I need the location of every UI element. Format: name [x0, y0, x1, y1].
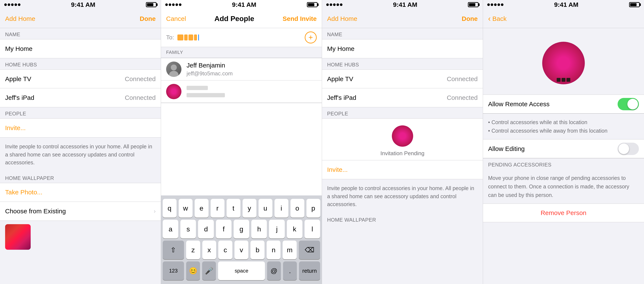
key-a[interactable]: a	[163, 220, 178, 238]
key-w[interactable]: w	[179, 199, 192, 218]
add-home-button-1[interactable]: Add Home	[5, 15, 35, 22]
key-l[interactable]: l	[304, 220, 320, 238]
key-123[interactable]: 123	[163, 262, 184, 280]
key-i[interactable]: i	[274, 199, 288, 218]
my-home-row-3[interactable]: My Home	[322, 40, 483, 58]
jeff-info: Jeff Benjamin jeff@9to5mac.com	[186, 62, 233, 77]
key-x[interactable]: x	[202, 240, 216, 259]
key-h[interactable]: h	[251, 220, 267, 238]
large-avatar-section	[483, 28, 644, 94]
add-home-button-3[interactable]: Add Home	[327, 15, 357, 22]
key-f[interactable]: f	[216, 220, 232, 238]
invitation-pending-label: Invitation Pending	[380, 150, 424, 157]
key-emoji[interactable]: 😊	[186, 262, 200, 280]
people-header-1: PEOPLE	[0, 107, 161, 118]
key-v[interactable]: v	[234, 240, 248, 259]
home-hubs-header-1: HOME HUBS	[0, 58, 161, 70]
key-s[interactable]: s	[180, 220, 196, 238]
time-2: 9:41 AM	[232, 1, 256, 8]
invite-row-1[interactable]: Invite...	[0, 118, 161, 137]
key-g[interactable]: g	[234, 220, 249, 238]
to-field[interactable]: To: +	[161, 28, 322, 47]
blurred-email	[186, 93, 225, 97]
done-button-1[interactable]: Done	[140, 15, 156, 22]
key-q[interactable]: q	[163, 199, 176, 218]
battery-icon-3	[468, 2, 478, 7]
pending-person-row[interactable]: Invitation Pending	[322, 118, 483, 160]
name-table-1: My Home	[0, 39, 161, 58]
jeffs-ipad-value-1: Connected	[125, 94, 156, 101]
back-button[interactable]: ‹ Back	[488, 14, 507, 23]
key-o[interactable]: o	[290, 199, 304, 218]
remote-access-toggle[interactable]	[618, 98, 639, 110]
key-n[interactable]: n	[267, 240, 281, 259]
jeff-benjamin-row[interactable]: Jeff Benjamin jeff@9to5mac.com	[161, 58, 322, 80]
name-table-3: My Home	[322, 39, 483, 58]
send-invite-button[interactable]: Send Invite	[282, 15, 317, 22]
key-z[interactable]: z	[186, 240, 200, 259]
jeffs-ipad-label-3: Jeff's iPad	[327, 94, 356, 101]
key-t[interactable]: t	[226, 199, 240, 218]
signal-dots-3	[326, 4, 342, 6]
key-b[interactable]: b	[250, 240, 264, 259]
apple-tv-value-3: Connected	[447, 75, 478, 82]
key-m[interactable]: m	[282, 240, 297, 259]
blurred-contact-row[interactable]	[161, 80, 322, 103]
remove-person-row[interactable]: Remove Person	[483, 204, 644, 222]
cancel-button[interactable]: Cancel	[166, 15, 186, 22]
pending-accessories-header: PENDING ACCESSORIES	[483, 158, 644, 170]
toggle-knob-remote	[628, 99, 638, 110]
key-period[interactable]: .	[283, 262, 297, 280]
to-input[interactable]	[178, 34, 305, 40]
add-person-button[interactable]: +	[305, 32, 317, 44]
choose-existing-row-1[interactable]: Choose from Existing ›	[0, 202, 161, 220]
panel-person-detail: 9:41 AM ‹ Back Allow Remote Access	[483, 0, 644, 284]
panel-home-with-person: 9:41 AM Add Home Done NAME My Home HOME …	[322, 0, 483, 284]
editing-label: Allow Editing	[488, 145, 525, 152]
key-u[interactable]: u	[258, 199, 272, 218]
invite-row-3[interactable]: Invite...	[322, 160, 483, 179]
key-r[interactable]: r	[210, 199, 224, 218]
key-p[interactable]: p	[306, 199, 320, 218]
dot-2-2	[169, 4, 171, 6]
status-icons-2	[307, 2, 318, 7]
signal-dots-2	[165, 4, 182, 6]
key-return[interactable]: return	[299, 262, 320, 280]
invite-label-3[interactable]: Invite...	[327, 166, 348, 173]
dot-3	[11, 4, 14, 6]
key-j[interactable]: j	[269, 220, 284, 238]
keyboard-row-4: 123 😊 🎤 space @ . return	[163, 262, 320, 280]
keyboard[interactable]: q w e r t y u i o p a s d f g h j k l ⇧ …	[161, 196, 322, 284]
key-y[interactable]: y	[242, 199, 256, 218]
dot-4-3	[494, 4, 497, 6]
key-k[interactable]: k	[287, 220, 302, 238]
key-delete[interactable]: ⌫	[299, 240, 320, 259]
key-mic[interactable]: 🎤	[202, 262, 216, 280]
invite-label-1[interactable]: Invite...	[5, 124, 26, 132]
name-header-1: NAME	[0, 28, 161, 39]
take-photo-label-1[interactable]: Take Photo...	[5, 188, 42, 196]
family-header: FAMILY	[161, 47, 322, 58]
editing-toggle[interactable]	[618, 143, 639, 155]
cursor	[198, 34, 199, 40]
home-hubs-table-1: Apple TV Connected Jeff's iPad Connected	[0, 70, 161, 107]
nav-bar-2: Cancel Add People Send Invite	[161, 9, 322, 28]
key-d[interactable]: d	[198, 220, 214, 238]
done-button-3[interactable]: Done	[462, 15, 478, 22]
dot-2-3	[172, 4, 175, 6]
key-c[interactable]: c	[218, 240, 232, 259]
key-shift[interactable]: ⇧	[163, 240, 184, 259]
jeff-avatar	[166, 62, 182, 77]
key-e[interactable]: e	[195, 199, 208, 218]
take-photo-row-1[interactable]: Take Photo...	[0, 183, 161, 202]
battery-fill-1	[147, 3, 153, 6]
dot-2-5	[179, 4, 182, 6]
dot-2-4	[176, 4, 178, 6]
my-home-row-1[interactable]: My Home	[0, 40, 161, 58]
remove-person-label[interactable]: Remove Person	[540, 209, 586, 216]
key-at[interactable]: @	[267, 262, 281, 280]
apple-tv-row-3: Apple TV Connected	[322, 70, 483, 88]
signal-dots-4	[487, 4, 504, 6]
remote-access-desc: • Control accessories while at this loca…	[483, 114, 644, 139]
key-space[interactable]: space	[218, 262, 265, 280]
